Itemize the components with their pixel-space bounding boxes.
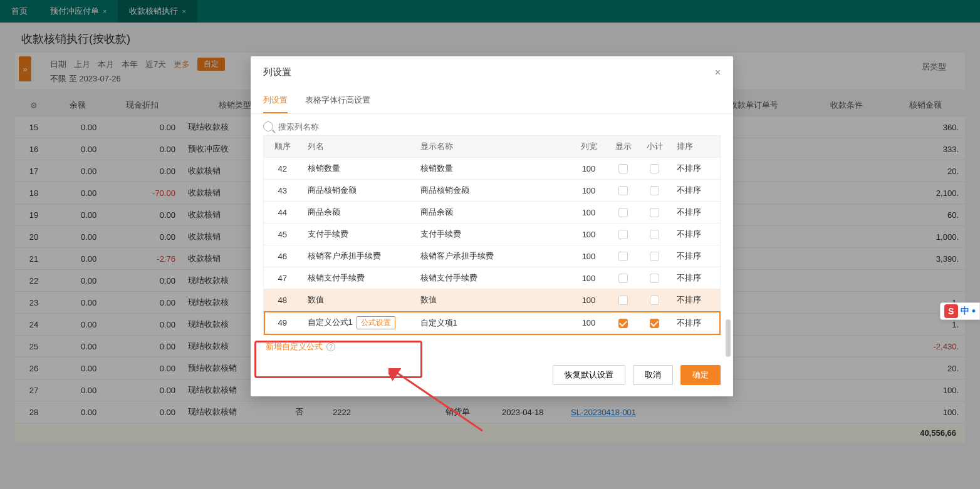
subtotal-checkbox[interactable] <box>650 186 659 195</box>
column-row[interactable]: 46核销客户承担手续费核销客户承担手续费100不排序 <box>264 245 721 267</box>
column-row[interactable]: 48数值数值100不排序 <box>264 289 721 311</box>
modal-tab-font[interactable]: 表格字体行高设置 <box>305 90 370 113</box>
subtotal-checkbox[interactable] <box>650 296 659 305</box>
show-checkbox[interactable] <box>618 186 628 195</box>
show-checkbox[interactable] <box>618 274 628 283</box>
hdr-sort: 排序 <box>670 136 721 158</box>
modal-close-icon[interactable]: × <box>715 67 721 78</box>
ime-logo-icon: S <box>944 304 958 318</box>
subtotal-checkbox[interactable] <box>650 164 659 173</box>
show-checkbox[interactable] <box>618 296 628 305</box>
hdr-display: 显示名称 <box>414 136 570 158</box>
hdr-sub: 小计 <box>639 136 670 158</box>
hdr-name: 列名 <box>301 136 414 158</box>
column-search-input[interactable] <box>278 122 721 131</box>
cancel-button[interactable]: 取消 <box>633 365 673 385</box>
help-icon[interactable]: ? <box>326 342 335 351</box>
subtotal-checkbox[interactable] <box>650 274 659 283</box>
hdr-order: 顺序 <box>264 136 301 158</box>
column-row[interactable]: 44商品余额商品余额100不排序 <box>264 202 721 224</box>
subtotal-checkbox[interactable] <box>650 252 659 261</box>
subtotal-checkbox[interactable] <box>650 208 659 217</box>
show-checkbox[interactable] <box>618 164 628 173</box>
formula-settings-button[interactable]: 公式设置 <box>357 316 395 329</box>
scrollbar-thumb[interactable] <box>726 319 731 357</box>
show-checkbox[interactable] <box>618 252 628 261</box>
column-row[interactable]: 43商品核销金额商品核销金额100不排序 <box>264 180 721 202</box>
modal-title: 列设置 <box>263 66 291 78</box>
add-formula-link[interactable]: 新增自定义公式? <box>251 335 733 359</box>
ok-button[interactable]: 确定 <box>680 365 721 385</box>
reset-button[interactable]: 恢复默认设置 <box>553 365 625 385</box>
column-row[interactable]: 42核销数量核销数量100不排序 <box>264 158 721 180</box>
subtotal-checkbox[interactable] <box>650 319 659 328</box>
columns-table: 顺序 列名 显示名称 列宽 显示 小计 排序 42核销数量核销数量100不排序4… <box>263 135 721 335</box>
ime-indicator[interactable]: S 中 • <box>940 302 980 320</box>
show-checkbox[interactable] <box>618 319 628 328</box>
show-checkbox[interactable] <box>618 230 628 239</box>
hdr-show: 显示 <box>608 136 639 158</box>
column-row[interactable]: 49自定义公式1公式设置自定义项1100不排序 <box>264 311 721 335</box>
search-icon <box>263 121 273 131</box>
modal-tab-columns[interactable]: 列设置 <box>263 90 288 113</box>
hdr-width: 列宽 <box>570 136 608 158</box>
subtotal-checkbox[interactable] <box>650 230 659 239</box>
show-checkbox[interactable] <box>618 208 628 217</box>
column-row[interactable]: 47核销支付手续费核销支付手续费100不排序 <box>264 267 721 289</box>
ime-lang: 中 <box>961 306 969 317</box>
ime-dot-icon: • <box>972 305 976 318</box>
column-row[interactable]: 45支付手续费支付手续费100不排序 <box>264 224 721 245</box>
column-settings-modal: 列设置 × 列设置 表格字体行高设置 顺序 列名 显示名称 列宽 显示 小计 排… <box>251 56 733 396</box>
